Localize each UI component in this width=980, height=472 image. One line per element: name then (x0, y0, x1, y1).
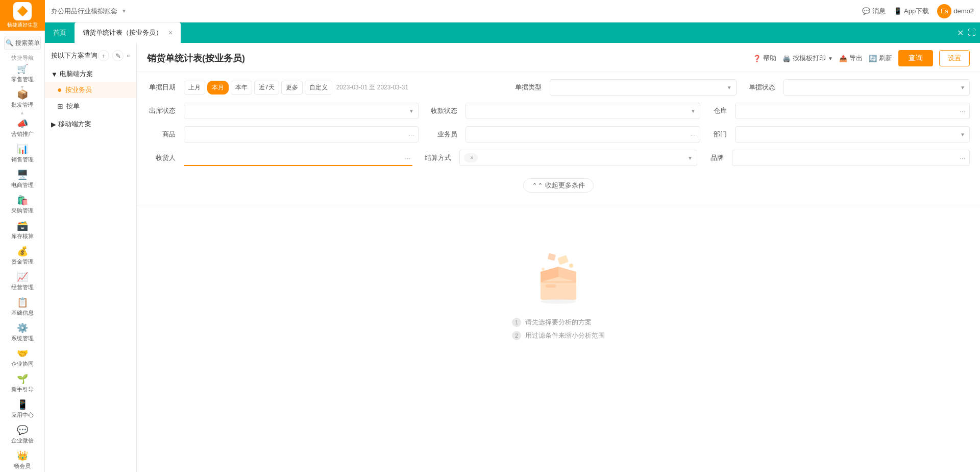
refresh-button[interactable]: 🔄 刷新 (869, 54, 892, 63)
avatar: Ea (937, 4, 951, 18)
date-more-btn[interactable]: 更多 (281, 81, 303, 95)
sidebar-item-purchase[interactable]: 🛍️ 采购管理 (0, 192, 44, 217)
sidebar-item-sales[interactable]: 📊 销售管理 (0, 140, 44, 166)
salesperson-label: 业务员 (427, 130, 457, 139)
settlement-select[interactable]: × ▼ (459, 150, 697, 166)
system-icon: ⚙️ (17, 322, 28, 334)
sidebar-item-system[interactable]: ⚙️ 系统管理 (0, 319, 44, 345)
receiver-input[interactable] (184, 150, 412, 166)
date-custom-btn[interactable]: 自定义 (305, 81, 332, 95)
sidebar-item-enterprise[interactable]: 🤝 企业协同 (0, 345, 44, 370)
scheme-by-salesperson[interactable]: ● 按业务员 (45, 82, 136, 98)
help-icon: ❓ (753, 55, 761, 62)
mobile-section-title[interactable]: ▶ 移动端方案 (45, 116, 136, 132)
salesperson-more-icon[interactable]: ··· (690, 131, 696, 138)
delivery-status-select[interactable]: ▼ (184, 103, 419, 119)
operations-icon: 📈 (17, 271, 28, 282)
collapse-label: 收起更多条件 (545, 181, 585, 190)
add-scheme-button[interactable]: + (98, 50, 109, 61)
app-download-icon: 📱 (894, 7, 902, 15)
sales-icon: 📊 (17, 144, 28, 155)
delivery-status-label: 出库状态 (147, 106, 176, 115)
user-avatar-area[interactable]: Ea demo2 (937, 4, 974, 18)
mobile-section: ▶ 移动端方案 (45, 116, 136, 132)
doc-type-select[interactable]: ▼ (550, 79, 736, 96)
sidebar-item-finance[interactable]: 💰 资金管理 (0, 243, 44, 268)
warehouse-more-icon[interactable]: ··· (960, 107, 965, 115)
refresh-label: 刷新 (879, 54, 892, 63)
breadcrumb-dropdown-icon[interactable]: ▼ (121, 8, 127, 14)
header-right: 💬 消息 📱 App下载 Ea demo2 (862, 4, 974, 18)
main-area: 办公用品行业模拟账套 ▼ 💬 消息 📱 App下载 Ea demo2 首页 (45, 0, 980, 472)
edit-scheme-button[interactable]: ✎ (112, 50, 124, 61)
pc-section-title[interactable]: ▼ 电脑端方案 (45, 66, 136, 82)
empty-tips-list: 1 请先选择要分析的方案 2 用过滤条件来缩小分析范围 (512, 318, 605, 344)
brand-select[interactable]: ··· (732, 150, 970, 166)
sidebar-item-ecommerce[interactable]: 🖥️ 电商管理 (0, 166, 44, 192)
collapse-up-icon: ⌃⌃ (532, 182, 543, 190)
help-button[interactable]: ❓ 帮助 (753, 54, 776, 63)
tab-close-button[interactable]: × (168, 29, 173, 37)
page-title: 销货单统计表(按业务员) (147, 52, 245, 64)
settings-button[interactable]: 设置 (939, 50, 970, 66)
empty-tip-1: 1 请先选择要分析的方案 (512, 318, 605, 327)
content-area: 按以下方案查询 + ✎ « ▼ 电脑端方案 (45, 43, 980, 472)
export-icon: 📤 (839, 55, 847, 62)
quick-nav-label: 快捷导航 (11, 53, 34, 64)
refresh-icon: 🔄 (869, 55, 877, 62)
svg-rect-4 (546, 285, 556, 288)
left-panel-title: 按以下方案查询 (51, 51, 97, 60)
sidebar-item-corpwechat[interactable]: 💬 企业微信 (0, 421, 44, 447)
goods-more-icon[interactable]: ··· (408, 131, 414, 138)
sidebar-item-retail[interactable]: 🛒 零售管理 ▼ (0, 64, 44, 89)
search-menu-button[interactable]: 🔍 搜索菜单 (4, 36, 41, 50)
collapse-conditions-button[interactable]: ⌃⌃ 收起更多条件 (523, 178, 594, 193)
add-icon: + (102, 52, 106, 60)
tab-maximize-button[interactable]: ⛶ (968, 28, 976, 37)
tab-home[interactable]: 首页 (45, 22, 75, 43)
brand-more-icon[interactable]: ··· (960, 154, 965, 162)
settlement-tag-close-btn[interactable]: × (470, 154, 474, 161)
print-icon: 🖨️ (782, 55, 791, 62)
tip-num-2: 2 (512, 331, 521, 340)
collapse-panel-button[interactable]: « (127, 52, 130, 59)
by-salesperson-label: 按业务员 (65, 85, 92, 95)
department-select[interactable]: ▼ (735, 126, 970, 143)
doc-status-select[interactable]: ▼ (783, 79, 970, 96)
breadcrumb: 办公用品行业模拟账套 (51, 7, 117, 16)
sidebar-item-member[interactable]: 👑 畅会员 (0, 447, 44, 472)
warehouse-select[interactable]: ··· (735, 103, 970, 119)
app-download-button[interactable]: 📱 App下载 (894, 7, 929, 16)
scheme-by-order[interactable]: ⊞ 按单 (45, 98, 136, 114)
template-print-button[interactable]: 🖨️ 按模板打印 ▼ (782, 54, 833, 63)
filter-row-3: 商品 ··· 业务员 ··· 部门 ▼ (147, 126, 970, 143)
sidebar-item-newbie[interactable]: 🌱 新手引导 (0, 370, 44, 396)
help-label: 帮助 (763, 54, 776, 63)
sidebar-item-basics[interactable]: 📋 基础信息 (0, 294, 44, 319)
tab-sales-stat[interactable]: 销货单统计表（按业务员） × (75, 22, 181, 43)
sidebar-item-appcenter[interactable]: 📱 应用中心 (0, 396, 44, 421)
export-button[interactable]: 📤 导出 (839, 54, 863, 63)
settlement-dropdown-icon: ▼ (688, 155, 693, 161)
empty-state: 1 请先选择要分析的方案 2 用过滤条件来缩小分析范围 (137, 205, 980, 385)
by-order-label: 按单 (66, 102, 80, 111)
query-button[interactable]: 查询 (898, 50, 933, 66)
payment-status-select[interactable]: ▼ (465, 103, 700, 119)
message-button[interactable]: 💬 消息 (862, 7, 886, 16)
date-last-7-days-btn[interactable]: 近7天 (254, 81, 279, 95)
sidebar-item-marketing[interactable]: 📣 营销推广 (0, 115, 44, 140)
date-this-year-btn[interactable]: 本年 (231, 81, 252, 95)
receiver-more-icon[interactable]: ··· (405, 154, 410, 162)
goods-select[interactable]: ··· (184, 126, 419, 143)
date-this-month-btn[interactable]: 本月 (207, 81, 229, 95)
doc-type-dropdown-icon: ▼ (727, 85, 732, 90)
logo-emoji: 🔶 (17, 6, 28, 17)
date-last-month-btn[interactable]: 上月 (184, 81, 205, 95)
salesperson-select[interactable]: ··· (465, 126, 700, 143)
sidebar-item-wholesale[interactable]: 📦 批发管理 ▲ (0, 89, 44, 115)
ecommerce-icon: 🖥️ (17, 169, 28, 180)
inventory-icon: 🗃️ (17, 220, 28, 231)
tab-close-all-button[interactable]: ✕ (957, 28, 964, 38)
sidebar-item-inventory[interactable]: 🗃️ 库存核算 (0, 217, 44, 243)
sidebar-item-operations[interactable]: 📈 经营管理 (0, 268, 44, 294)
